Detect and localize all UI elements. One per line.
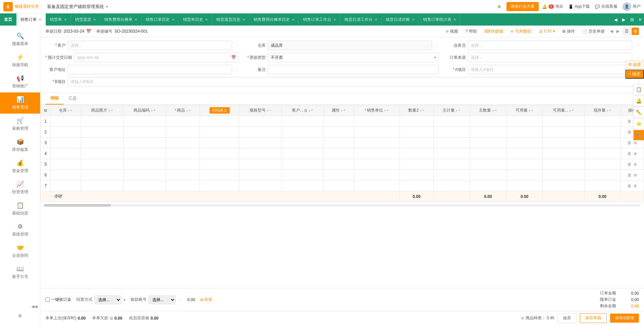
right-panel-edit-button[interactable]: ✏️ — [633, 107, 644, 118]
operation-button[interactable]: ⊞ 操作 — [560, 28, 577, 35]
row-6-stock[interactable] — [584, 170, 620, 180]
nav-prev-icon[interactable]: ◀ — [610, 29, 613, 34]
notice-button[interactable]: 🔔 9 淘豆 — [542, 4, 563, 9]
row-2-warehouse[interactable] — [51, 127, 81, 137]
row-1-qty2[interactable] — [400, 116, 433, 127]
tab-close-sales-order[interactable]: ✕ — [39, 18, 41, 22]
row-2-delete-icon[interactable]: 🗑 — [628, 130, 632, 134]
one-click-checkbox-label[interactable]: 一键收订金 — [45, 297, 71, 302]
row-3-qty2[interactable] — [400, 137, 433, 148]
nav-expand-button[interactable]: ⊞ — [628, 13, 636, 26]
row-7-available2[interactable] — [543, 180, 584, 191]
sidebar-item-purchase[interactable]: 🛒 采购管理 — [0, 114, 40, 135]
row-6-warehouse[interactable] — [51, 170, 81, 180]
row-7-attr[interactable] — [324, 180, 354, 191]
calendar-icon[interactable]: 📅 — [86, 29, 91, 34]
row-2-code[interactable] — [123, 127, 166, 137]
sidebar-item-finance[interactable]: 💰 资金管理 — [0, 156, 40, 177]
row-6-image[interactable] — [81, 170, 123, 180]
row-3-spec[interactable] — [239, 137, 282, 148]
row-5-spec[interactable] — [239, 159, 282, 170]
settings-button[interactable]: ⚙ 设置 — [625, 60, 644, 69]
row-3-available[interactable] — [506, 137, 542, 148]
nav-next-icon[interactable]: ▶ — [616, 29, 619, 34]
nav-next-button[interactable]: ▶ — [620, 13, 628, 26]
row-3-available2[interactable] — [543, 137, 584, 148]
customer-input[interactable] — [68, 41, 232, 50]
row-2-image[interactable] — [81, 127, 123, 137]
row-5-goods[interactable] — [166, 159, 200, 170]
save-new-button[interactable]: 保存&新增 — [610, 314, 639, 323]
save-draft-button[interactable]: 保存草稿 — [580, 313, 607, 323]
row-5-available[interactable] — [506, 159, 542, 170]
row-6-unit[interactable] — [354, 170, 400, 180]
sidebar-item-system[interactable]: ⚙ 系统管理 — [0, 219, 40, 241]
row-1-main-unit[interactable] — [433, 116, 470, 127]
tab-close-order-stats[interactable]: ✕ — [453, 18, 456, 22]
row-4-main-unit[interactable] — [433, 148, 470, 159]
tab-close-sales-expense[interactable]: ✕ — [135, 18, 137, 22]
sort-main-qty[interactable]: ▲▼ — [492, 109, 497, 112]
row-1-image[interactable] — [81, 116, 123, 127]
warehouse-input[interactable] — [268, 41, 432, 50]
row-6-delete-icon[interactable]: 🗑 — [628, 173, 632, 177]
delivery-cal-icon[interactable]: 📅 — [231, 55, 236, 60]
tab-return-history[interactable]: 销货退货历史 ✕ — [212, 13, 250, 26]
row-3-warehouse[interactable] — [51, 137, 81, 148]
row-4-scan[interactable] — [200, 148, 239, 159]
row-2-spec[interactable] — [239, 127, 282, 137]
scrollbar-thumb[interactable] — [44, 204, 111, 207]
sidebar-item-quick-nav[interactable]: ⚡ 快捷导航 — [0, 50, 40, 71]
row-4-customer[interactable] — [282, 148, 324, 159]
discard-button[interactable]: 放弃 — [558, 313, 576, 323]
layout-grid-icon[interactable]: ⊞ — [632, 28, 639, 35]
help-button[interactable]: ? 帮助 — [463, 28, 479, 35]
nav-close-button[interactable]: ✕ — [636, 13, 644, 26]
row-4-image[interactable] — [81, 148, 123, 159]
customer-dots[interactable]: ··· — [235, 43, 239, 48]
order-source-dots[interactable]: ··· — [636, 55, 639, 60]
row-7-spec[interactable] — [239, 180, 282, 191]
tab-sales-goods[interactable]: 销货单 ✕ — [46, 13, 71, 26]
row-4-copy-icon[interactable]: ⊕ — [634, 151, 637, 156]
tab-sales-expense[interactable]: 销售费用分摊单 ✕ — [100, 13, 142, 26]
row-2-qty2[interactable] — [400, 127, 433, 137]
video-button[interactable]: ⊙ 视频 — [444, 28, 460, 35]
layout-list-icon[interactable]: ☰ — [623, 28, 630, 35]
industry-button[interactable]: 体验行业方案 — [506, 2, 539, 11]
row-5-main-unit[interactable] — [433, 159, 470, 170]
row-5-qty2[interactable] — [400, 159, 433, 170]
sidebar-item-cooperation[interactable]: 🤝 企业协同 — [0, 241, 40, 262]
row-4-stock[interactable] — [584, 148, 620, 159]
scan-button[interactable]: 扫码录入 — [210, 107, 230, 114]
right-panel-clipboard-button[interactable]: 📋 — [633, 84, 644, 95]
row-1-available2[interactable] — [543, 116, 584, 127]
sidebar-collapse-button[interactable]: ◀◀ — [0, 303, 40, 310]
row-7-unit[interactable] — [354, 180, 400, 191]
row-4-attr[interactable] — [324, 148, 354, 159]
row-7-qty2[interactable] — [400, 180, 433, 191]
row-6-scan[interactable] — [200, 170, 239, 180]
customer-address-input[interactable] — [68, 65, 232, 74]
account-dots[interactable]: ··· — [179, 297, 182, 302]
row-1-goods[interactable] — [166, 116, 200, 127]
row-3-code[interactable] — [123, 137, 166, 148]
row-3-unit[interactable] — [354, 137, 400, 148]
sort-customer[interactable]: ▲▼ — [308, 109, 313, 112]
row-3-copy-icon[interactable]: ⊕ — [634, 140, 637, 145]
row-4-main-qty[interactable] — [470, 148, 506, 159]
row-1-warehouse[interactable] — [51, 116, 81, 127]
row-3-goods[interactable] — [166, 137, 200, 148]
tab-close-order-history[interactable]: ✕ — [172, 18, 175, 22]
add-link[interactable]: ⊕ 添加 — [200, 297, 212, 302]
row-1-spec[interactable] — [239, 116, 282, 127]
row-5-main-qty[interactable] — [470, 159, 506, 170]
row-2-customer[interactable] — [282, 127, 324, 137]
row-3-stock[interactable] — [584, 137, 620, 148]
row-6-attr[interactable] — [324, 170, 354, 180]
row-7-code[interactable] — [123, 180, 166, 191]
settings-icon[interactable]: ⚙ — [495, 3, 503, 11]
tab-sales-order[interactable]: 销售订单 ✕ — [16, 13, 46, 26]
row-4-goods[interactable] — [166, 148, 200, 159]
row-7-stock[interactable] — [584, 180, 620, 191]
